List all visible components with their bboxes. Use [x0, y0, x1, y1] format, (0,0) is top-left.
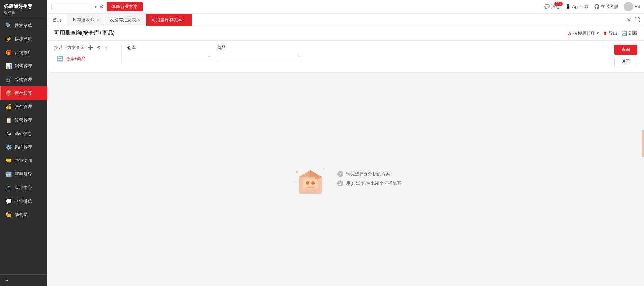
tab-batch-ledger[interactable]: 库存批次账×: [67, 14, 104, 26]
close-tab-btn[interactable]: ✕: [625, 15, 633, 24]
tab-label-batch-ledger: 库存批次账: [73, 17, 95, 23]
sidebar-label-apps: 应用中心: [15, 185, 32, 191]
sidebar-label-member: 畅会员: [15, 212, 28, 218]
collapse-scheme-btn[interactable]: «: [104, 45, 108, 50]
sidebar-label-operation: 经营管理: [15, 117, 32, 123]
config-scheme-btn[interactable]: ⚙: [96, 45, 102, 50]
tab-close-available-ledger[interactable]: ×: [184, 18, 186, 22]
right-scroll-indicator: [642, 130, 644, 157]
tab-close-batch-ledger[interactable]: ×: [97, 18, 99, 22]
sidebar-icon-quick-nav: ⚡: [6, 36, 12, 42]
sidebar-icon-wechat: 💬: [6, 198, 12, 204]
sidebar-label-quick-nav: 快捷导航: [15, 36, 32, 42]
goods-input[interactable]: [217, 53, 297, 58]
app-download-label: App下载: [572, 4, 589, 10]
customer-service-label: 在线客服: [601, 4, 618, 10]
sidebar-item-search[interactable]: 🔍搜索菜单: [0, 19, 47, 32]
sidebar-nav: 🔍搜索菜单⚡快捷导航🎁营销推广📊销售管理🛒采购管理📦库存核算💰资金管理📋经营管理…: [0, 19, 47, 274]
hint-text-2: 用[过滤]条件来缩小分析范围: [346, 180, 401, 186]
sidebar-item-quick-nav[interactable]: ⚡快捷导航: [0, 32, 47, 46]
sidebar-label-inventory: 库存核算: [15, 90, 32, 96]
sidebar-label-marketing: 营销推广: [15, 50, 32, 56]
warehouse-label: 仓库: [127, 45, 211, 51]
notification-btn[interactable]: 💬 消息 99+: [544, 4, 560, 10]
filter-actions: 查询 设置: [614, 45, 637, 67]
sidebar-item-wechat[interactable]: 💬企业微信: [0, 194, 47, 208]
goods-label: 商品: [217, 45, 301, 51]
tab-close-recv-summary[interactable]: ×: [138, 18, 140, 22]
sidebar-item-member[interactable]: 👑畅会员: [0, 208, 47, 222]
sidebar-icon-inventory: 📦: [6, 90, 12, 96]
sidebar-icon-apps: 📱: [6, 185, 12, 191]
svg-point-8: [296, 171, 298, 173]
sidebar-item-marketing[interactable]: 🎁营销推广: [0, 46, 47, 59]
print-icon: 🖨: [567, 31, 572, 36]
sidebar-label-sales: 销售管理: [15, 63, 32, 69]
maximize-btn[interactable]: ⛶: [633, 16, 641, 24]
goods-more-icon[interactable]: ···: [298, 54, 301, 58]
sidebar-icon-cooperation: 🤝: [6, 158, 12, 164]
search-dropdown-btn[interactable]: ▾: [95, 4, 97, 9]
settings-button[interactable]: 设置: [614, 57, 637, 67]
sidebar-item-sales[interactable]: 📊销售管理: [0, 59, 47, 73]
refresh-btn[interactable]: 🔄 刷新: [621, 30, 637, 36]
customer-service-btn[interactable]: 🎧 在线客服: [594, 4, 618, 10]
topbar-search-area: [51, 3, 92, 10]
sidebar-label-wechat: 企业微信: [15, 198, 32, 204]
sidebar-item-system[interactable]: ⚙️系统管理: [0, 140, 47, 154]
sidebar-icon-system: ⚙️: [6, 144, 12, 150]
user-avatar-area[interactable]: Rit: [624, 2, 640, 11]
sidebar-icon-search: 🔍: [6, 23, 12, 29]
sidebar-bottom[interactable]: ···: [0, 274, 47, 286]
sidebar: 畅康通好生意 标准版 🔍搜索菜单⚡快捷导航🎁营销推广📊销售管理🛒采购管理📦库存核…: [0, 0, 47, 286]
query-button[interactable]: 查询: [614, 45, 637, 55]
sidebar-icon-guide: 🆕: [6, 171, 12, 177]
export-btn[interactable]: ⬆ 导出: [603, 30, 617, 36]
svg-point-6: [311, 181, 315, 185]
sidebar-item-inventory[interactable]: 📦库存核算: [0, 86, 47, 100]
warehouse-input-wrapper: ···: [127, 52, 211, 60]
print-btn[interactable]: 🖨 按模板打印 ▾: [567, 30, 599, 36]
sidebar-label-search: 搜索菜单: [15, 23, 32, 29]
tab-home[interactable]: 首页: [47, 14, 67, 26]
tab-label-home: 首页: [53, 17, 61, 23]
app-edition: 标准版: [4, 10, 43, 15]
settings-icon[interactable]: ⚙: [99, 3, 104, 10]
empty-text: 1 请先选择要分析的方案 2 用[过滤]条件来缩小分析范围: [337, 171, 401, 186]
empty-hint-1: 1 请先选择要分析的方案: [337, 171, 401, 177]
app-name: 畅康通好生意: [4, 3, 43, 10]
industry-btn[interactable]: 体验行业方案: [107, 2, 143, 11]
sidebar-icon-operation: 📋: [6, 117, 12, 123]
empty-state: 1 请先选择要分析的方案 2 用[过滤]条件来缩小分析范围: [47, 71, 644, 286]
sidebar-item-purchase[interactable]: 🛒采购管理: [0, 73, 47, 86]
filter-scheme-title: 按以下方案查询 ➕ ⚙ «: [54, 45, 116, 51]
sidebar-icon-finance: 💰: [6, 104, 12, 110]
svg-point-5: [306, 181, 309, 185]
filter-fields: 仓库 ··· 商品 ···: [127, 45, 609, 60]
scheme-icon: 🔄: [57, 55, 63, 62]
page-header: 可用量查询(按仓库+商品) 🖨 按模板打印 ▾ ⬆ 导出 🔄 刷新: [47, 26, 644, 41]
warehouse-input[interactable]: [127, 53, 207, 58]
sidebar-label-finance: 资金管理: [15, 104, 32, 110]
sidebar-item-apps[interactable]: 📱应用中心: [0, 181, 47, 194]
sidebar-item-finance[interactable]: 💰资金管理: [0, 100, 47, 113]
headset-icon: 🎧: [594, 4, 599, 9]
phone-icon: 📱: [565, 4, 571, 9]
notification-badge: 99+: [554, 2, 563, 6]
search-input[interactable]: [51, 3, 92, 10]
sidebar-item-guide[interactable]: 🆕新手引导: [0, 167, 47, 181]
tab-label-recv-summary: 收发存汇总表: [110, 17, 136, 23]
sidebar-item-operation[interactable]: 📋经营管理: [0, 113, 47, 127]
tab-available-ledger[interactable]: 可用量库存账本×: [146, 14, 192, 26]
sidebar-item-cooperation[interactable]: 🤝企业协同: [0, 154, 47, 167]
print-dropdown-icon[interactable]: ▾: [597, 31, 599, 36]
warehouse-more-icon[interactable]: ···: [208, 54, 211, 58]
tab-recv-summary[interactable]: 收发存汇总表×: [104, 14, 146, 26]
add-scheme-btn[interactable]: ➕: [87, 45, 94, 50]
empty-hint-2: 2 用[过滤]条件来缩小分析范围: [337, 180, 401, 186]
hint-text-1: 请先选择要分析的方案: [346, 171, 390, 177]
app-download-btn[interactable]: 📱 App下载: [565, 4, 589, 10]
sidebar-item-basic[interactable]: 🗂基础信息: [0, 127, 47, 140]
svg-point-10: [294, 181, 296, 183]
scheme-item-warehouse-goods[interactable]: 🔄 仓库+商品: [54, 53, 116, 64]
